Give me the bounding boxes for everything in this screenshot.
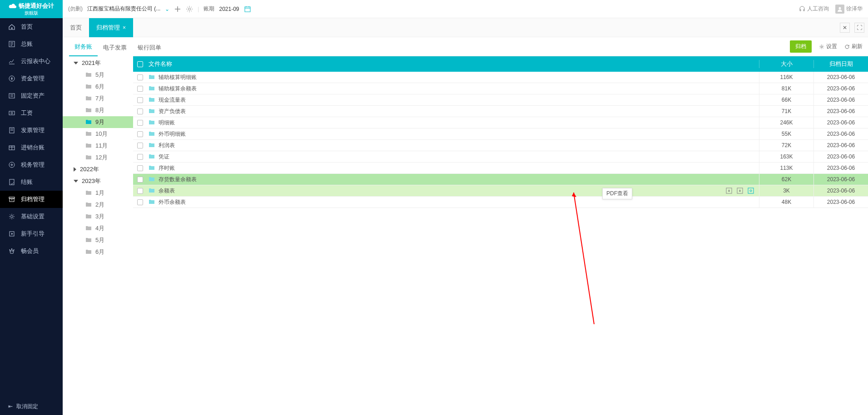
settings-button[interactable]: 设置: [819, 43, 837, 50]
table-row[interactable]: 外币余额表48K2023-06-06: [133, 197, 868, 208]
sub-tab[interactable]: 电子发票: [98, 39, 132, 56]
refresh-button[interactable]: 刷新: [844, 43, 863, 50]
table-row[interactable]: 辅助核算明细账116K2023-06-06: [133, 72, 868, 83]
file-name: 外币明细账: [159, 130, 186, 138]
nav-item-tax[interactable]: 税务管理: [0, 156, 63, 173]
user-menu[interactable]: 徐泽华: [835, 5, 863, 14]
table-row[interactable]: 明细账246K2023-06-06: [133, 117, 868, 128]
annotation-arrow: [569, 188, 596, 324]
tree-month[interactable]: 11月: [63, 140, 133, 152]
nav-item-guide[interactable]: 新手引导: [0, 225, 63, 242]
table-header: 文件名称 大小 归档日期: [133, 56, 868, 72]
nav-item-chart[interactable]: 云报表中心: [0, 53, 63, 70]
sub-tab[interactable]: 银行回单: [132, 39, 167, 56]
gear-icon[interactable]: [186, 5, 193, 13]
row-checkbox[interactable]: [137, 74, 143, 80]
nav-item-money[interactable]: 资金管理: [0, 70, 63, 87]
table-row[interactable]: 辅助核算余额表81K2023-06-06: [133, 83, 868, 94]
file-size: 3K: [759, 185, 813, 196]
page-tab[interactable]: 归档管理×: [89, 18, 133, 37]
nav-item-ledger[interactable]: 总账: [0, 35, 63, 53]
pdf-download-icon[interactable]: [736, 187, 744, 194]
chevron-down-icon[interactable]: ⌄: [165, 6, 169, 12]
row-checkbox[interactable]: [137, 154, 143, 160]
period-value[interactable]: 2021-09: [219, 6, 239, 12]
tree-year[interactable]: 2022年: [63, 163, 133, 175]
pdf-view-icon[interactable]: [747, 187, 754, 194]
select-all-checkbox[interactable]: [137, 61, 143, 67]
calendar-icon[interactable]: [244, 5, 251, 13]
fullscreen-button[interactable]: ⛶: [854, 23, 864, 33]
file-size: 163K: [759, 151, 813, 162]
nav-label: 归档管理: [21, 195, 45, 203]
row-checkbox[interactable]: [137, 131, 143, 137]
nav-label: 进销台账: [21, 143, 45, 152]
headset-icon: [799, 6, 805, 12]
nav-item-archive[interactable]: 归档管理: [0, 191, 63, 208]
nav-item-invoice[interactable]: 发票管理: [0, 122, 63, 139]
nav-item-close-book[interactable]: 结账: [0, 173, 63, 191]
expand-icon: [74, 167, 76, 172]
row-checkbox[interactable]: [137, 97, 143, 103]
tree-month[interactable]: 10月: [63, 128, 133, 140]
plus-icon[interactable]: [174, 5, 181, 13]
tree-year[interactable]: 2023年: [63, 175, 133, 187]
tree-month[interactable]: 1月: [63, 187, 133, 199]
row-checkbox[interactable]: [137, 199, 143, 205]
nav-item-home[interactable]: 首页: [0, 18, 63, 35]
table-row[interactable]: 资产负债表71K2023-06-06: [133, 106, 868, 117]
tree-month[interactable]: 4月: [63, 222, 133, 234]
file-date: 2023-06-06: [813, 151, 868, 162]
sidebar-collapse[interactable]: ⇤ 取消固定: [0, 398, 63, 415]
table-row[interactable]: 凭证163K2023-06-06: [133, 151, 868, 163]
table-row[interactable]: 余额表3K2023-06-06: [133, 185, 868, 197]
tree-month[interactable]: 8月: [63, 104, 133, 116]
tree-month[interactable]: 9月: [63, 116, 133, 128]
tree-year[interactable]: 2021年: [63, 57, 133, 69]
tax-icon: [8, 161, 15, 168]
close-icon[interactable]: ×: [123, 25, 126, 31]
nav-label: 云报表中心: [21, 57, 50, 65]
support-button[interactable]: 人工咨询: [799, 5, 829, 13]
close-tab-button[interactable]: ✕: [840, 23, 850, 33]
table-row[interactable]: 外币明细账55K2023-06-06: [133, 128, 868, 140]
folder-icon: [149, 85, 155, 92]
tree-month[interactable]: 2月: [63, 199, 133, 211]
vip-icon: [8, 247, 15, 255]
svg-rect-3: [9, 111, 15, 115]
table-row[interactable]: 现金流量表66K2023-06-06: [133, 94, 868, 106]
table-row[interactable]: 序时账113K2023-06-06: [133, 163, 868, 174]
nav-label: 资金管理: [21, 74, 45, 83]
nav-item-settings[interactable]: 基础设置: [0, 208, 63, 225]
row-checkbox[interactable]: [137, 165, 143, 171]
nav-label: 工资: [21, 109, 33, 117]
row-checkbox[interactable]: [137, 86, 143, 92]
row-checkbox[interactable]: [137, 188, 143, 194]
tree-month[interactable]: 12月: [63, 152, 133, 163]
nav-item-asset[interactable]: 固定资产: [0, 87, 63, 104]
row-checkbox[interactable]: [137, 177, 143, 183]
excel-download-icon[interactable]: [725, 187, 733, 194]
nav-item-vip[interactable]: 畅会员: [0, 242, 63, 260]
table-row[interactable]: 利润表72K2023-06-06: [133, 140, 868, 151]
row-checkbox[interactable]: [137, 143, 143, 148]
sub-tab[interactable]: 财务账: [69, 38, 98, 56]
archive-button[interactable]: 归档: [790, 40, 812, 53]
tree-month[interactable]: 7月: [63, 93, 133, 104]
tree-month[interactable]: 5月: [63, 234, 133, 246]
page-tab[interactable]: 首页: [63, 18, 89, 37]
nav-label: 首页: [21, 23, 33, 31]
tree-month[interactable]: 5月: [63, 69, 133, 81]
nav-item-salary[interactable]: 工资: [0, 104, 63, 122]
nav-item-inventory[interactable]: 进销台账: [0, 139, 63, 156]
row-checkbox[interactable]: [137, 120, 143, 126]
tree-month[interactable]: 3月: [63, 211, 133, 222]
folder-icon: [149, 131, 155, 138]
folder-icon: [85, 249, 92, 256]
tree-month[interactable]: 6月: [63, 81, 133, 93]
table-row[interactable]: 存货数量余额表62K2023-06-06: [133, 174, 868, 185]
month-label: 2月: [95, 201, 104, 209]
tree-month[interactable]: 6月: [63, 246, 133, 258]
row-checkbox[interactable]: [137, 109, 143, 114]
company-selector[interactable]: 江西服宝精品有限责任公司 (...: [87, 5, 160, 13]
